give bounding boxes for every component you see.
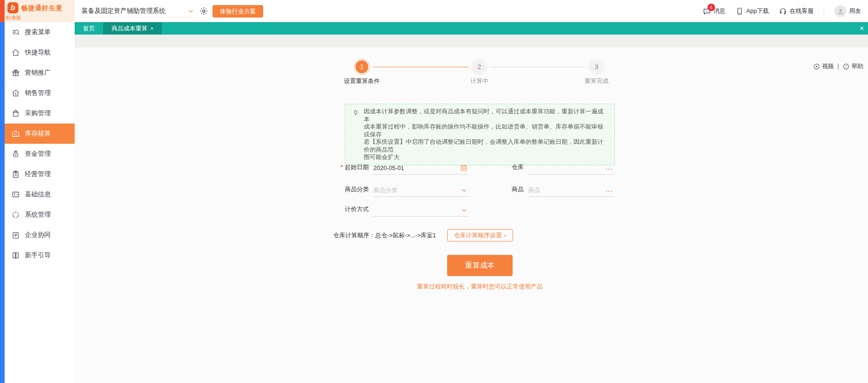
search-icon xyxy=(12,28,20,36)
notice-line: 若【系统设置】中启用了自动调整记账日期时，会调整入库单的整单记账日期，因此重新计… xyxy=(364,138,607,153)
step-3-circle: 3 xyxy=(590,60,603,73)
sidebar-item-label: 系统管理 xyxy=(25,211,51,219)
sidebar-item-collaboration[interactable]: 企业协同 xyxy=(0,225,75,245)
category-field xyxy=(373,184,468,197)
step-2-circle: 2 xyxy=(473,60,486,73)
warehouse-icon xyxy=(12,130,20,138)
online-service-button[interactable]: 在线客服 xyxy=(779,7,814,15)
gift-icon xyxy=(12,69,20,77)
sidebar-item-base-info[interactable]: A 基础信息 xyxy=(0,184,75,205)
warehouse-order-value: 总仓->鼠标->...->库室1 xyxy=(375,232,436,239)
svg-text:$: $ xyxy=(15,92,17,95)
product-field: ··· xyxy=(528,184,614,197)
calendar-icon[interactable] xyxy=(460,164,467,171)
sidebar-item-label: 基础信息 xyxy=(25,190,51,199)
start-date-input[interactable] xyxy=(373,163,468,174)
step-connector-1 xyxy=(373,67,468,67)
question-circle-icon: ? xyxy=(843,63,850,70)
content-area: 1 2 3 设置重算条件 计算中 重算完成 视频 ? xyxy=(75,35,868,383)
ellipsis-picker-icon[interactable]: ··· xyxy=(606,189,613,194)
warehouse-order-settings-label: 仓库计算顺序设置 xyxy=(454,231,502,240)
product-label: 商品 xyxy=(503,185,524,197)
category-row: 商品分类 xyxy=(336,184,468,197)
top-right-group: 消息 6 App下载 在线客服 用友 xyxy=(703,0,861,22)
lightbulb-icon xyxy=(352,109,359,116)
user-menu[interactable]: 用友 xyxy=(834,5,861,17)
chevron-right-icon: › xyxy=(504,232,506,239)
recalculate-cost-button[interactable]: 重算成本 xyxy=(447,255,513,276)
chevron-down-icon[interactable] xyxy=(461,187,467,194)
messages-button[interactable]: 消息 6 xyxy=(703,7,726,15)
try-industry-plan-button[interactable]: 体验行业方案 xyxy=(213,5,263,18)
system-select[interactable]: 装备及固定资产辅助管理系统 xyxy=(82,5,194,18)
start-date-row: *起始日期 xyxy=(336,162,468,175)
ellipsis-picker-icon[interactable]: ··· xyxy=(606,167,613,171)
sidebar-item-label: 快捷导航 xyxy=(25,48,51,57)
gear-icon[interactable] xyxy=(199,6,208,16)
step-2-label: 计算中 xyxy=(443,77,516,85)
tabbar-close-icon[interactable]: ✕ xyxy=(859,22,864,35)
start-date-field xyxy=(373,162,468,175)
warehouse-input[interactable] xyxy=(528,163,614,174)
edge-strip-blue xyxy=(0,22,5,383)
video-link[interactable]: 视频 xyxy=(813,62,834,71)
warehouse-order-label: 仓库计算顺序： xyxy=(333,232,375,239)
help-link[interactable]: ? 帮助 xyxy=(843,62,863,71)
tab-product-cost-recalc[interactable]: 商品成本重算 × xyxy=(103,22,162,35)
top-bar: 装备及固定资产辅助管理系统 体验行业方案 消息 6 App下载 在线客服 xyxy=(75,0,868,22)
svg-text:¥: ¥ xyxy=(15,153,17,156)
sidebar-item-guide[interactable]: 新手引导 xyxy=(0,245,75,265)
collab-icon xyxy=(12,231,20,239)
tab-label: 商品成本重算 xyxy=(112,24,148,33)
username: 用友 xyxy=(849,7,861,15)
chevron-down-icon xyxy=(188,8,194,14)
sidebar-item-marketing[interactable]: 营销推广 xyxy=(0,63,75,83)
sidebar-item-label: 采购管理 xyxy=(25,109,51,118)
sidebar: b 畅捷通好生意 标准版 搜索菜单 快捷导航 营销推广 $ 销售管理 采购管理 … xyxy=(0,0,75,383)
sidebar-item-operations[interactable]: 经营管理 xyxy=(0,164,75,184)
tab-close-icon[interactable]: × xyxy=(150,25,154,32)
logo-area: b 畅捷通好生意 标准版 xyxy=(0,0,75,22)
app-download-label: App下载 xyxy=(746,7,769,15)
sidebar-item-label: 企业协同 xyxy=(25,231,51,239)
step-3-label: 重算完成 xyxy=(560,77,633,85)
svg-text:A: A xyxy=(16,193,18,196)
step-1-label: 设置重算条件 xyxy=(325,77,399,85)
product-input[interactable] xyxy=(528,185,614,196)
sidebar-item-system[interactable]: 系统管理 xyxy=(0,205,75,225)
required-asterisk: * xyxy=(341,164,343,171)
sidebar-item-sales[interactable]: $ 销售管理 xyxy=(0,83,75,103)
sidebar-item-funds[interactable]: ¥ 资金管理 xyxy=(0,144,75,164)
sidebar-item-label: 营销推广 xyxy=(25,69,51,77)
recalc-panel: 1 2 3 设置重算条件 计算中 重算完成 视频 ? xyxy=(75,47,868,383)
category-label: 商品分类 xyxy=(336,185,369,197)
sidebar-item-purchase[interactable]: 采购管理 xyxy=(0,103,75,124)
messages-badge: 6 xyxy=(708,4,715,11)
warehouse-row: 仓库 ··· xyxy=(503,162,614,175)
notice-box: 因成本计算参数调整，或是对商品成本有疑问时，可以通过成本重算功能，重新计算一遍成… xyxy=(345,104,615,165)
sidebar-item-label: 搜索菜单 xyxy=(25,28,51,36)
warehouse-field: ··· xyxy=(528,162,614,175)
step-2-number: 2 xyxy=(478,63,481,71)
sidebar-item-quick-nav[interactable]: 快捷导航 xyxy=(0,42,75,63)
sidebar-item-label: 库存核算 xyxy=(25,130,51,138)
step-1-circle: 1 xyxy=(355,60,368,73)
brand-name: 畅捷通好生意 xyxy=(21,4,63,12)
dashed-circle-icon xyxy=(12,211,20,219)
sidebar-item-label: 资金管理 xyxy=(25,150,51,158)
sidebar-item-search-menu[interactable]: 搜索菜单 xyxy=(0,22,75,42)
category-select[interactable] xyxy=(373,185,468,196)
pricing-select[interactable] xyxy=(373,205,468,216)
header-divider xyxy=(824,7,824,15)
online-service-label: 在线客服 xyxy=(790,7,814,15)
app-download-button[interactable]: App下载 xyxy=(736,7,769,15)
chevron-down-icon[interactable] xyxy=(461,207,467,213)
sidebar-item-label: 销售管理 xyxy=(25,89,51,97)
warehouse-order-settings-button[interactable]: 仓库计算顺序设置 › xyxy=(447,229,513,242)
tab-home[interactable]: 首页 xyxy=(75,22,103,35)
sidebar-item-inventory[interactable]: 库存核算 xyxy=(0,124,75,144)
warehouse-label: 仓库 xyxy=(503,163,524,175)
warehouse-order-row: 仓库计算顺序：总仓->鼠标->...->库室1 仓库计算顺序设置 › xyxy=(333,229,513,242)
id-card-icon: A xyxy=(12,190,20,199)
avatar xyxy=(834,5,846,17)
